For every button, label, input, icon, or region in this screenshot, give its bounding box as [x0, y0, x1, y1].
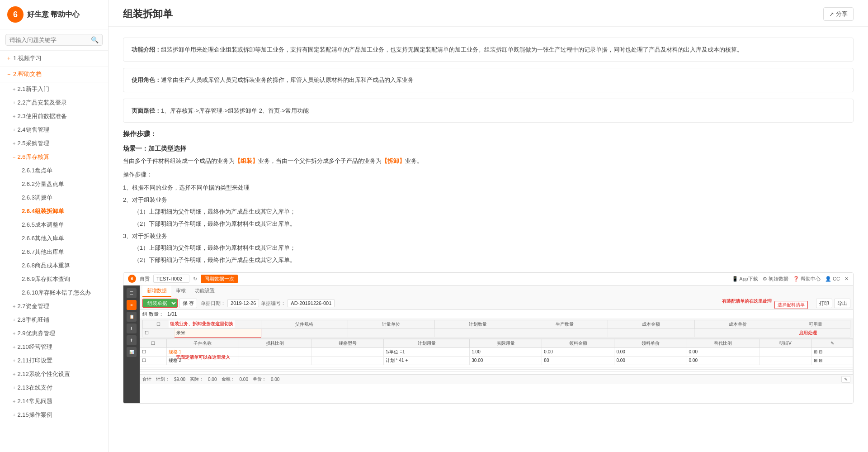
lrow1-price[interactable]: 0.00 [614, 347, 687, 356]
lrow2-detail[interactable] [759, 356, 812, 365]
sidebar-item-helpdocs[interactable]: − 2.帮助文档 [0, 67, 108, 82]
sidebar-item-mobile[interactable]: + 2.8手机旺铺 [13, 313, 108, 327]
app-screenshot: 6 自贡 TEST-H002 ↻ 同期数据一次 📱 App下载 ⚙ 初始数据 ❓… [123, 273, 853, 403]
lrow2-spec[interactable] [311, 356, 383, 365]
row-cost-price[interactable] [694, 328, 781, 337]
lrow2-ratio[interactable]: 0.00 [687, 356, 759, 365]
app-btn-save[interactable]: 保 存 [179, 299, 197, 308]
lrow1-actual[interactable]: 1.00 [470, 347, 542, 356]
app-sidebar-icon3[interactable]: 📋 [127, 312, 137, 322]
app-tab-settings[interactable]: 功能设置 [190, 285, 219, 297]
sidebar-item-cost-recalc[interactable]: 2.6.8商品成本重算 [22, 259, 108, 272]
steps-title: 操作步骤： [123, 130, 854, 138]
sidebar-item-business[interactable]: + 2.10经营管理 [13, 340, 108, 354]
row-checkbox[interactable]: ☐ [143, 328, 175, 337]
lrow1-spec[interactable] [311, 347, 383, 356]
row-unit[interactable] [348, 328, 434, 337]
lcol-sub-ratio: 替代比例 [687, 339, 759, 347]
app-tab-approve[interactable]: 审核 [171, 285, 190, 297]
row-cost-amt[interactable] [608, 328, 694, 337]
sidebar-item-stocktake[interactable]: 2.6.1盘点单 [22, 164, 108, 177]
search-box[interactable]: 🔍 [5, 34, 103, 46]
app-sidebar-icon4[interactable]: ⬇ [127, 324, 137, 333]
lrow2-actions[interactable]: ⊞ ⊟ [812, 356, 853, 365]
sidebar-item-coupon[interactable]: + 2.9优惠券管理 [13, 327, 108, 340]
lrow2-amt[interactable]: 80 [542, 356, 614, 365]
app-bom-btn[interactable]: 选择配料清单 [774, 301, 808, 309]
lrow1-plan[interactable]: 1/单位 =1 [384, 347, 470, 356]
type-selector-wrapper: 组装单据 拆卸单据 [142, 299, 178, 308]
lcol-plan-qty: 计划用量 [384, 339, 470, 347]
sidebar-item-stock-error[interactable]: 2.6.10库存账本错了怎么办 [22, 286, 108, 300]
sidebar-item-faq[interactable]: + 2.14常见问题 [13, 395, 108, 408]
lrow1-amt[interactable]: 0.00 [542, 347, 614, 356]
sidebar-item-cost-adj[interactable]: 2.6.5成本调整单 [22, 218, 108, 232]
row-plan-qty[interactable] [434, 328, 521, 337]
row-parent-spec[interactable] [261, 328, 348, 337]
app-sidebar-icon5[interactable]: ⬆ [127, 335, 137, 345]
search-icon[interactable]: 🔍 [91, 36, 99, 43]
lrow1-detail[interactable] [759, 347, 812, 356]
app-sub-info: 组 数量： 1/01 组装业务、拆卸业务在这里切换 [140, 310, 853, 319]
lower-table-row-2: ☐ 规格 2 计划 * 41 + 30.00 80 0.00 0.00 [140, 356, 853, 365]
lrow2-check[interactable]: ☐ [140, 356, 167, 365]
app-close-icon[interactable]: ✕ [844, 276, 849, 282]
col-prod-qty: 生产数量 [521, 320, 608, 328]
app-selector[interactable]: TEST-H002 [153, 275, 189, 283]
row-parent-name[interactable]: 米米 [175, 328, 261, 337]
lrow1-check[interactable]: ☐ [140, 347, 167, 356]
sidebar-item-print[interactable]: + 2.11打印设置 [13, 354, 108, 367]
date-field[interactable]: 2019-12-26 [227, 299, 259, 307]
app-btn-extra1[interactable]: 打印 [816, 299, 832, 308]
row-prod-qty[interactable] [521, 328, 608, 337]
sidebar-item-assembly[interactable]: 2.6.4组装拆卸单 [22, 205, 108, 218]
app-sidebar-icon1[interactable]: ☰ [127, 288, 137, 298]
main-content: 组装拆卸单 ↗ 分享 功能介绍：组装拆卸单用来处理企业组装或拆卸等加工业务，支持… [108, 0, 868, 452]
steps-intro-label: 操作步骤： [123, 169, 854, 180]
sidebar-item-video[interactable]: + 1.视频学习 [0, 51, 108, 67]
upper-table-header-row: ☐ 父件名称 父件规格 计量单位 计划数量 生产数量 成本金额 成本单价 [140, 319, 853, 339]
sidebar-item-inventory[interactable]: − 2.6库存核算 [13, 150, 108, 164]
sidebar-item-partial-stock[interactable]: 2.6.2分量盘点单 [22, 177, 108, 191]
lrow2-loss[interactable] [239, 356, 311, 365]
app-tab-new[interactable]: 新增数据 [142, 285, 171, 297]
sidebar-item-other-in[interactable]: 2.6.6其他入库单 [22, 232, 108, 245]
step3-sub1: （1）上部明细为父件明细，最终作为原材料生成其它出库单； [134, 243, 854, 254]
sidebar-item-purchase[interactable]: + 2.5采购管理 [13, 137, 108, 150]
app-body: ☰ ≡ 📋 ⬇ ⬆ 📊 新增数据 审核 功能设置 [123, 285, 853, 403]
share-button[interactable]: ↗ 分享 [823, 7, 854, 21]
lrow2-actual[interactable]: 30.00 [470, 356, 542, 365]
role-text: 通常由生产人员或库管人员完成拆装业务的操作，库管人员确认原材料的出库和产成品的入… [161, 76, 414, 83]
sidebar-item-finance[interactable]: + 2.7资金管理 [13, 300, 108, 313]
lrow2-price[interactable]: 0.00 [614, 356, 687, 365]
quantity-label: 组 数量： [142, 311, 164, 318]
sidebar-item-other-out[interactable]: 2.6.7其他出库单 [22, 245, 108, 259]
sidebar-item-payment[interactable]: + 2.13在线支付 [13, 381, 108, 395]
app-sidebar-icon2[interactable]: ≡ [127, 300, 137, 310]
sidebar-item-stock-query[interactable]: 2.6.9库存账本查询 [22, 272, 108, 286]
sidebar-item-cases[interactable]: + 2.15操作案例 [13, 408, 108, 422]
sidebar-item-personalize[interactable]: + 2.12系统个性化设置 [13, 367, 108, 381]
search-input[interactable] [9, 37, 91, 43]
app-help-icon: ❓ 帮助中心 [793, 276, 821, 282]
app-sync-btn[interactable]: 同期数据一次 [201, 275, 238, 283]
role-label: 使用角色： [132, 76, 161, 83]
type-selector[interactable]: 组装单据 拆卸单据 [143, 299, 177, 307]
lrow1-actions[interactable]: ⊞ ⊟ [812, 347, 853, 356]
content-area: 功能介绍：组装拆卸单用来处理企业组装或拆卸等加工业务，支持有固定装配清单的产品加… [108, 27, 868, 452]
lrow1-ratio[interactable]: 0.00 [687, 347, 759, 356]
app-sidebar-icon6[interactable]: 📊 [127, 347, 137, 357]
sidebar-item-install[interactable]: + 2.2产品安装及登录 [13, 96, 108, 109]
app-left-sidebar: ☰ ≡ 📋 ⬇ ⬆ 📊 [123, 285, 140, 403]
app-btn-extra2[interactable]: 导出 [834, 299, 850, 308]
footer-export-btn[interactable]: ✎ [841, 376, 850, 383]
order-field[interactable]: AD-20191226-001 [288, 299, 335, 307]
sidebar-item-data-prep[interactable]: + 2.3使用前数据准备 [13, 109, 108, 123]
sidebar-item-transfer[interactable]: 2.6.3调拨单 [22, 191, 108, 205]
lrow2-plan[interactable]: 计划 * 41 + [384, 356, 470, 365]
sidebar-item-newbie[interactable]: + 2.1新手入门 [13, 82, 108, 96]
step2-sub2: （2）下部明细为子件明细，最终作为原材料生成其它出库单。 [134, 219, 854, 230]
col-avail: 可用量 [781, 320, 850, 328]
sidebar-item-sales[interactable]: + 2.4销售管理 [13, 123, 108, 137]
lrow1-loss[interactable] [239, 347, 311, 356]
